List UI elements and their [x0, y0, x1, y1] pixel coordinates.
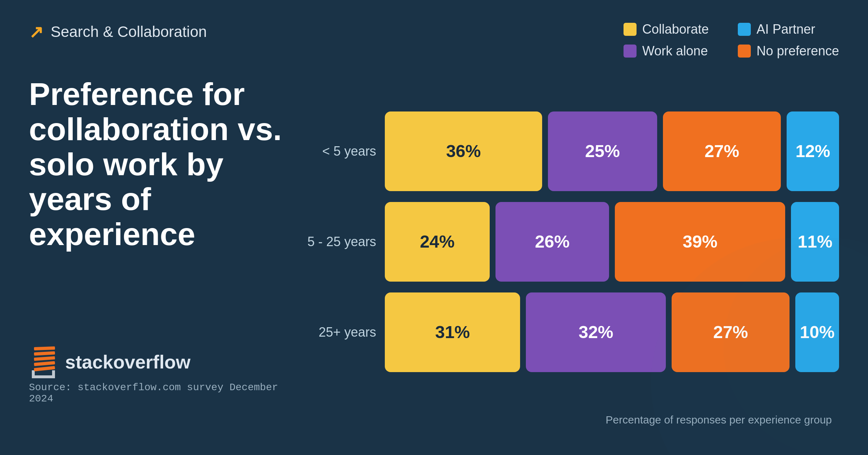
legend-work-alone: Work alone: [624, 43, 709, 59]
legend-collaborate: Collaborate: [624, 22, 709, 37]
brand-end: overflow: [113, 351, 191, 372]
row-label-lt5: < 5 years: [304, 144, 376, 159]
main-content: Preference for collaboration vs. solo wo…: [29, 73, 839, 433]
page-container: ↗ Search & Collaboration Collaborate AI …: [0, 0, 868, 455]
bar-5-25-no-preference: 39%: [615, 202, 785, 282]
section-label: Search & Collaboration: [51, 23, 207, 41]
top-bar: ↗ Search & Collaboration Collaborate AI …: [29, 22, 839, 59]
bars-5-25: 24% 26% 39% 11%: [385, 202, 839, 282]
bar-25plus-work-alone: 32%: [526, 292, 666, 372]
chart-row-lt5: < 5 years 36% 25% 27% 12%: [304, 111, 839, 191]
ai-partner-swatch: [738, 23, 751, 36]
chart-title: Preference for collaboration vs. solo wo…: [29, 77, 282, 252]
so-logo-icon: [29, 346, 58, 378]
row-label-25plus: 25+ years: [304, 325, 376, 340]
chart-footnote: Percentage of responses per experience g…: [304, 414, 839, 426]
legend-ai-partner: AI Partner: [738, 22, 839, 37]
legend: Collaborate AI Partner Work alone No pre…: [624, 22, 839, 59]
row-label-5-25: 5 - 25 years: [304, 234, 376, 249]
logo-area: stackoverflow Source: stackoverflow.com …: [29, 346, 282, 404]
trend-icon: ↗: [29, 22, 43, 42]
bar-5-25-work-alone: 26%: [495, 202, 609, 282]
bar-25plus-no-preference: 27%: [672, 292, 790, 372]
collaborate-swatch: [624, 23, 637, 36]
bar-lt5-no-preference: 27%: [663, 111, 781, 191]
bars-25plus: 31% 32% 27% 10%: [385, 292, 839, 372]
bar-lt5-work-alone: 25%: [548, 111, 657, 191]
chart-row-5-25: 5 - 25 years 24% 26% 39% 11%: [304, 202, 839, 282]
bar-lt5-ai-partner: 12%: [787, 111, 839, 191]
legend-no-preference: No preference: [738, 43, 839, 59]
title-section: ↗ Search & Collaboration: [29, 22, 207, 42]
right-panel: < 5 years 36% 25% 27% 12% 5 - 25 years 2…: [282, 73, 839, 433]
work-alone-label: Work alone: [642, 43, 708, 59]
chart-row-25plus: 25+ years 31% 32% 27% 10%: [304, 292, 839, 372]
bar-25plus-ai-partner: 10%: [795, 292, 839, 372]
ai-partner-label: AI Partner: [757, 22, 815, 37]
source-text: Source: stackoverflow.com survey Decembe…: [29, 382, 282, 404]
chart-area: < 5 years 36% 25% 27% 12% 5 - 25 years 2…: [304, 73, 839, 410]
so-brand-text: stackoverflow: [65, 351, 191, 373]
bars-lt5: 36% 25% 27% 12%: [385, 111, 839, 191]
no-preference-swatch: [738, 45, 751, 58]
bar-5-25-ai-partner: 11%: [791, 202, 839, 282]
work-alone-swatch: [624, 45, 637, 58]
brand-start: stack: [65, 351, 113, 372]
bar-25plus-collaborate: 31%: [385, 292, 520, 372]
so-logo: stackoverflow: [29, 346, 282, 378]
no-preference-label: No preference: [757, 43, 839, 59]
bar-5-25-collaborate: 24%: [385, 202, 490, 282]
bar-lt5-collaborate: 36%: [385, 111, 542, 191]
left-panel: Preference for collaboration vs. solo wo…: [29, 73, 282, 433]
collaborate-label: Collaborate: [642, 22, 709, 37]
